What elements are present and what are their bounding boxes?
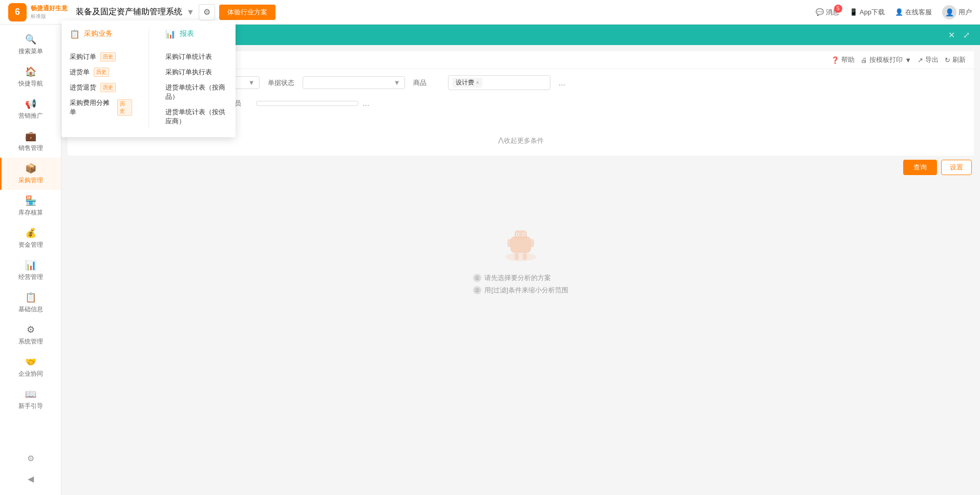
- search-icon: 🔍: [25, 34, 36, 45]
- inbound-stats-supplier-label: 进货单统计表（按供应商）: [165, 107, 228, 126]
- order-exec-label: 采购订单执行表: [165, 68, 212, 77]
- svg-rect-8: [530, 239, 534, 247]
- dropdown-order-stats[interactable]: 采购订单统计表: [165, 49, 228, 64]
- purchase-col-label: 采购业务: [84, 29, 113, 38]
- step-2-text: 用[过滤]条件来缩小分析范围: [484, 286, 568, 295]
- app-download-label: App下载: [860, 8, 885, 17]
- empty-step-1: ① 请先选择要分析的方案: [473, 273, 568, 283]
- enterprise-icon: 🤝: [25, 356, 36, 368]
- logo-icon: 6: [8, 3, 27, 21]
- sidebar-item-guide[interactable]: 📖 新手引导: [0, 383, 61, 416]
- top-right-area: 💬 消息 5 📱 App下载 👤 在线客服 👤 用户: [816, 5, 972, 19]
- goods-tag-text: 设计费: [456, 78, 474, 87]
- export-button[interactable]: ↗ 导出: [918, 55, 939, 64]
- system-icon: ⚙: [27, 324, 35, 335]
- dropdown-inbound[interactable]: 进货单 历史: [70, 64, 132, 80]
- print-icon: 🖨: [861, 56, 867, 64]
- svg-rect-7: [507, 239, 512, 247]
- date-arrow-icon: ▼: [248, 79, 255, 87]
- print-label: 按模板打印: [869, 55, 903, 64]
- sidebar-item-finance[interactable]: 💰 资金管理: [0, 222, 61, 254]
- user-label: 用户: [958, 8, 972, 17]
- sidebar-item-marketing[interactable]: 📢 营销推广: [0, 93, 61, 125]
- app-download-button[interactable]: 📱 App下载: [849, 8, 885, 17]
- print-arrow-icon: ▼: [905, 56, 911, 64]
- setting-button[interactable]: 设置: [941, 160, 972, 175]
- online-service-label: 在线客服: [905, 8, 932, 17]
- dropdown-purchase-order[interactable]: 采购订单 历史: [70, 49, 132, 64]
- guide-icon: 📖: [25, 389, 36, 400]
- help-button[interactable]: ❓ 帮助: [831, 55, 855, 64]
- sidebar-item-label: 快捷导航: [18, 79, 43, 88]
- action-buttons-row: 查询 设置: [68, 160, 974, 175]
- sidebar-item-inventory[interactable]: 🏪 库存核算: [0, 190, 61, 222]
- tab-maximize-icon[interactable]: ⤢: [961, 28, 972, 42]
- tab-close-window-icon[interactable]: ✕: [946, 28, 957, 42]
- refresh-label: 刷新: [952, 55, 966, 64]
- dropdown-expense[interactable]: 采购费用分摊单 历史: [70, 95, 132, 120]
- user-area[interactable]: 👤 用户: [942, 5, 972, 19]
- info-icon: 📋: [25, 292, 36, 303]
- finance-icon: 💰: [25, 227, 36, 239]
- collapse-label: 收起更多条件: [504, 136, 544, 145]
- return-label: 进货退货: [70, 83, 96, 92]
- svg-point-6: [523, 234, 525, 235]
- sidebar-item-label: 经营管理: [18, 273, 43, 282]
- logo-area: 6 畅捷通好生意 标准版: [8, 3, 70, 21]
- sidebar-item-basic-info[interactable]: 📋 基础信息: [0, 287, 61, 319]
- goods-more-dots[interactable]: ...: [559, 78, 565, 88]
- sidebar-item-enterprise[interactable]: 🤝 企业协同: [0, 351, 61, 383]
- home-icon: 🏠: [25, 66, 36, 77]
- phone-icon: 📱: [849, 8, 858, 16]
- purchase-icon: 📦: [25, 163, 36, 174]
- goods-tag-close-icon[interactable]: ×: [476, 80, 479, 85]
- inbound-stats-goods-label: 进货单统计表（按商品）: [165, 83, 228, 101]
- headset-icon: 👤: [895, 8, 903, 16]
- dropdown-order-exec[interactable]: 采购订单执行表: [165, 64, 228, 80]
- settings-icon[interactable]: ⚙: [199, 4, 215, 20]
- goods-tag-input[interactable]: 设计费 ×: [448, 75, 550, 90]
- salesperson-input[interactable]: [256, 101, 358, 106]
- query-button[interactable]: 查询: [903, 160, 937, 175]
- sidebar-item-label: 新手引导: [18, 402, 43, 411]
- sidebar-collapse-icon[interactable]: ◀: [23, 470, 39, 487]
- dropdown-return[interactable]: 进货退货 历史: [70, 80, 132, 95]
- system-title-text: 装备及固定资产辅助管理系统: [76, 7, 182, 17]
- sidebar-item-system[interactable]: ⚙ 系统管理: [0, 319, 61, 351]
- message-button[interactable]: 💬 消息 5: [816, 8, 839, 17]
- salesperson-more-dots[interactable]: ...: [363, 99, 369, 108]
- avatar: 👤: [942, 5, 956, 19]
- industry-button[interactable]: 体验行业方案: [219, 5, 275, 20]
- dropdown-divider: [148, 29, 149, 129]
- edition-label: 标准版: [31, 13, 68, 19]
- sidebar-settings-icon[interactable]: ⚙: [23, 450, 39, 466]
- salesperson-group: 业务员 ...: [221, 99, 369, 108]
- sidebar-item-sales[interactable]: 💼 销售管理: [0, 125, 61, 158]
- sidebar-item-quicknav[interactable]: 🏠 快捷导航: [0, 61, 61, 93]
- expense-history-badge: 历史: [117, 99, 132, 116]
- system-title: 装备及固定资产辅助管理系统 ▼ ⚙ 体验行业方案: [76, 4, 809, 20]
- purchase-col-icon: 📋: [70, 29, 80, 39]
- help-label: 帮助: [841, 55, 855, 64]
- svg-rect-10: [523, 253, 527, 260]
- sidebar-item-label: 资金管理: [18, 241, 43, 249]
- sidebar-item-label: 企业协同: [18, 370, 43, 378]
- svg-point-5: [517, 234, 519, 235]
- online-service-button[interactable]: 👤 在线客服: [895, 8, 932, 17]
- sidebar-item-search[interactable]: 🔍 搜索菜单: [0, 29, 61, 61]
- refresh-button[interactable]: ↻ 刷新: [945, 55, 966, 64]
- report-col: 📊 报表 采购订单统计表 采购订单执行表 进货单统计表（按商品） 进货单统计表（…: [165, 29, 228, 129]
- export-icon: ↗: [918, 56, 923, 64]
- print-button[interactable]: 🖨 按模板打印 ▼: [861, 55, 911, 64]
- message-badge: 5: [834, 5, 842, 13]
- sidebar-item-purchase[interactable]: 📦 采购管理: [0, 158, 61, 190]
- dropdown-inbound-stats-goods[interactable]: 进货单统计表（按商品）: [165, 80, 228, 104]
- voucher-status-select[interactable]: ▼: [303, 76, 405, 89]
- dropdown-arrow-icon[interactable]: ▼: [186, 8, 195, 17]
- sidebar-item-operations[interactable]: 📊 经营管理: [0, 254, 61, 287]
- sidebar-item-label: 销售管理: [18, 144, 43, 153]
- dropdown-inbound-stats-supplier[interactable]: 进货单统计表（按供应商）: [165, 104, 228, 129]
- svg-point-0: [505, 253, 536, 261]
- return-history-badge: 历史: [100, 83, 116, 92]
- goods-label: 商品: [413, 78, 444, 88]
